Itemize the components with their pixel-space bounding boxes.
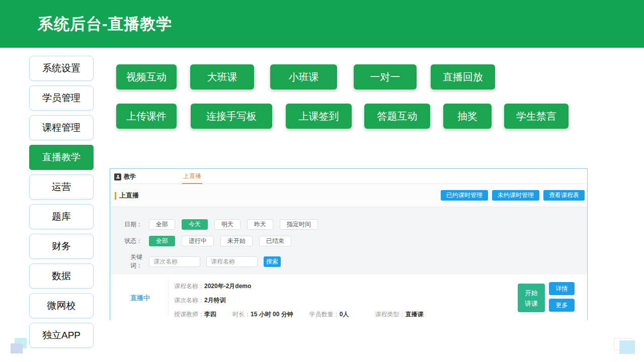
course-type-meta: 课程类型： 直播课 [375, 310, 423, 319]
sidebar-item-data[interactable]: 数据 [29, 263, 94, 289]
feature-class-signin[interactable]: 上课签到 [286, 104, 352, 129]
live-status-badge: 直播中 [130, 294, 150, 303]
status-option-ongoing[interactable]: 进行中 [182, 236, 214, 246]
course-list-row: 直播中 课程名称： 2020年-2月demo 课次名称： 2月特训 授课教师： … [110, 275, 587, 320]
status-option-ended[interactable]: 已结束 [259, 236, 291, 246]
panel-tabbar: 教学 上直播 [110, 169, 587, 184]
view-schedule-button[interactable]: 查看课程表 [543, 190, 585, 201]
feature-live-replay[interactable]: 直播回放 [431, 64, 495, 89]
course-name-line: 课程名称： 2020年-2月demo [174, 279, 439, 293]
detail-button[interactable]: 详情 [549, 282, 575, 295]
lesson-name-line: 课次名称： 2月特训 [174, 293, 439, 307]
sidebar: 系统设置 学员管理 课程管理 直播教学 运营 题库 财务 数据 微网校 独立AP… [29, 56, 94, 352]
feature-video-interaction[interactable]: 视频互动 [116, 64, 177, 89]
section-accent-bar [115, 192, 116, 200]
status-filter-row: 状态： 全部 进行中 未开始 已结束 [119, 236, 298, 246]
sidebar-item-course-management[interactable]: 课程管理 [29, 115, 94, 140]
section-header-row: 上直播 已约课时管理 未约课时管理 查看课程表 [110, 184, 587, 207]
sidebar-item-finance[interactable]: 财务 [29, 234, 94, 259]
student-count-meta: 学员数量： 0人 [309, 310, 349, 319]
date-filter-row: 日期： 全部 今天 明天 昨天 指定时间 [119, 219, 325, 230]
decoration-square-bottom-right-cyan [619, 340, 635, 354]
feature-student-mute[interactable]: 学生禁言 [504, 104, 569, 129]
feature-small-class[interactable]: 小班课 [270, 64, 337, 89]
start-teaching-button[interactable]: 开始讲课 [518, 284, 545, 312]
page-title: 系统后台-直播教学 [38, 14, 172, 35]
sidebar-item-system-settings[interactable]: 系统设置 [29, 56, 94, 81]
section-title-text: 上直播 [119, 191, 139, 200]
date-option-custom[interactable]: 指定时间 [280, 219, 318, 230]
row-divider [168, 280, 169, 315]
teacher-meta: 授课教师： 李四 [174, 310, 216, 319]
date-option-today[interactable]: 今天 [182, 219, 208, 230]
sidebar-item-student-management[interactable]: 学员管理 [29, 85, 94, 111]
date-option-yesterday[interactable]: 昨天 [247, 219, 273, 230]
lesson-name-label: 课次名称： [174, 296, 204, 305]
keyword-filter-label: 关键词： [119, 253, 142, 270]
sidebar-item-standalone-app[interactable]: 独立APP [29, 323, 94, 348]
feature-one-on-one[interactable]: 一对一 [354, 64, 417, 89]
lesson-name-value: 2月特训 [204, 296, 226, 305]
feature-lottery[interactable]: 抽奖 [443, 104, 492, 129]
date-option-all[interactable]: 全部 [149, 219, 175, 230]
filter-area: 日期： 全部 今天 明天 昨天 指定时间 状态： 全部 进行中 未开始 已结束 … [110, 207, 587, 275]
sidebar-item-live-teaching[interactable]: 直播教学 [29, 145, 94, 170]
app-chip-label: 教学 [124, 172, 136, 181]
course-name-value: 2020年-2月demo [204, 282, 251, 291]
tab-go-live[interactable]: 上直播 [182, 169, 202, 184]
date-option-tomorrow[interactable]: 明天 [214, 219, 240, 230]
header-bar: 系统后台-直播教学 [0, 0, 644, 48]
live-admin-panel: 教学 上直播 上直播 已约课时管理 未约课时管理 查看课程表 日期： 全部 今天… [110, 168, 588, 320]
meta-line: 授课教师： 李四 时长： 15 小时 00 分钟 学员数量： 0人 课程类型： … [174, 307, 439, 321]
status-option-all[interactable]: 全部 [149, 236, 175, 246]
section-title: 上直播 [115, 191, 139, 200]
feature-quiz-interaction[interactable]: 答题互动 [364, 104, 430, 129]
decoration-square-bottom-left-lavender [11, 343, 23, 353]
course-name-label: 课程名称： [174, 282, 204, 291]
booked-lessons-button[interactable]: 已约课时管理 [441, 190, 488, 201]
sidebar-item-question-bank[interactable]: 题库 [29, 204, 94, 229]
more-button[interactable]: 更多 [549, 299, 575, 312]
status-filter-label: 状态： [119, 237, 142, 245]
teaching-app-icon [114, 173, 121, 180]
lesson-name-input[interactable] [149, 256, 200, 267]
feature-upload-courseware[interactable]: 上传课件 [116, 104, 177, 129]
feature-connect-tablet[interactable]: 连接手写板 [191, 104, 272, 129]
keyword-filter-row: 关键词： 搜索 [119, 253, 281, 270]
feature-large-class[interactable]: 大班课 [190, 64, 254, 89]
section-actions: 已约课时管理 未约课时管理 查看课程表 [437, 190, 585, 201]
search-button[interactable]: 搜索 [264, 256, 281, 267]
sidebar-item-operations[interactable]: 运营 [29, 174, 94, 200]
course-name-input[interactable] [206, 256, 258, 267]
date-filter-label: 日期： [119, 220, 142, 229]
unbooked-lessons-button[interactable]: 未约课时管理 [492, 190, 539, 201]
app-chip: 教学 [114, 172, 136, 181]
course-details: 课程名称： 2020年-2月demo 课次名称： 2月特训 授课教师： 李四 时… [174, 279, 439, 321]
sidebar-item-micro-school[interactable]: 微网校 [29, 293, 94, 318]
duration-meta: 时长： 15 小时 00 分钟 [232, 310, 293, 319]
status-option-not-started[interactable]: 未开始 [220, 236, 253, 246]
